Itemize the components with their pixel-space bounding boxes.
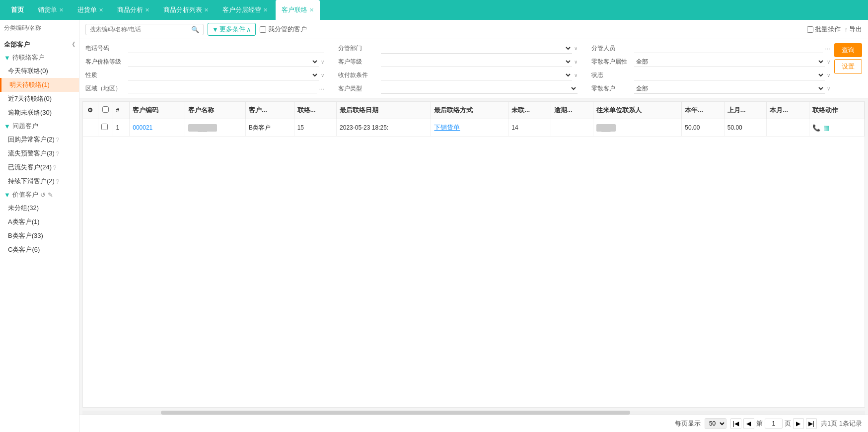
sidebar-item-overdue[interactable]: 逾期未联络(30) xyxy=(0,106,79,120)
close-icon[interactable]: ✕ xyxy=(99,7,103,13)
search-icon[interactable]: 🔍 xyxy=(191,26,199,33)
th-this-year[interactable]: 本年... xyxy=(682,102,724,119)
sidebar-search-input[interactable] xyxy=(4,24,78,31)
edit-icon[interactable]: ✎ xyxy=(48,191,53,199)
sidebar-item-continuous-decline[interactable]: 持续下滑客户(2) ? xyxy=(0,174,79,188)
nav-item-analysis-list[interactable]: 商品分析列表 ✕ xyxy=(157,0,215,20)
sidebar-item-class-a[interactable]: A类客户(1) xyxy=(0,215,79,229)
page-input[interactable] xyxy=(765,419,783,429)
select-all-checkbox[interactable] xyxy=(102,106,109,113)
th-overdue[interactable]: 逾期... xyxy=(551,102,593,119)
customer-level-select[interactable] xyxy=(381,57,572,67)
horizontal-scrollbar[interactable] xyxy=(82,411,865,415)
my-customers-checkbox[interactable]: 我分管的客户 xyxy=(260,25,307,34)
row-actions: 📞 ▦ xyxy=(809,119,864,137)
first-page-button[interactable]: |◀ xyxy=(730,418,741,429)
grid-action-icon[interactable]: ▦ xyxy=(823,124,829,132)
customer-type-select[interactable] xyxy=(381,83,577,94)
price-level-select[interactable] xyxy=(128,57,319,67)
th-unit-contact[interactable]: 往来单位联系人 xyxy=(593,102,682,119)
search-input[interactable] xyxy=(90,26,189,33)
scrollbar-thumb[interactable] xyxy=(161,411,631,415)
collapse-icon[interactable]: 《 xyxy=(69,41,75,49)
th-name[interactable]: 客户名称 xyxy=(185,102,245,119)
row-gear xyxy=(83,119,98,137)
sidebar-item-class-c[interactable]: C类客户(6) xyxy=(0,243,79,257)
manager-input[interactable] xyxy=(634,44,823,53)
next-page-button[interactable]: ▶ xyxy=(793,418,804,429)
nav-item-customer-segment[interactable]: 客户分层经营 ✕ xyxy=(217,0,274,20)
close-icon[interactable]: ✕ xyxy=(263,7,268,13)
th-num: # xyxy=(113,102,130,119)
settings-button[interactable]: 设置 xyxy=(834,59,862,74)
sidebar-item-ungrouped[interactable]: 未分组(32) xyxy=(0,201,79,215)
phone-action-icon[interactable]: 📞 xyxy=(812,124,820,132)
th-contact[interactable]: 联络... xyxy=(294,102,336,119)
sidebar-item-repurchase[interactable]: 回购异常客户(2) ? xyxy=(0,133,79,146)
query-button[interactable]: 查询 xyxy=(834,43,862,57)
nav-item-purchase[interactable]: 进货单 ✕ xyxy=(72,0,109,20)
row-last-contact-way[interactable]: 下销货单 xyxy=(431,119,508,137)
page-size-select[interactable]: 50 xyxy=(705,418,726,429)
price-level-label: 客户价格等级 xyxy=(85,58,125,66)
sidebar-item-class-b[interactable]: B类客户(33) xyxy=(0,229,79,243)
th-last-contact-date[interactable]: 最后联络日期 xyxy=(337,102,431,119)
filter-row-2: 客户价格等级 ∨ 客户等级 ∨ xyxy=(85,57,830,67)
more-icon[interactable]: ··· xyxy=(319,85,324,92)
th-gear[interactable]: ⚙ xyxy=(83,102,98,119)
chevron-down-icon: ∨ xyxy=(574,46,578,51)
th-last-month[interactable]: 上月... xyxy=(724,102,766,119)
region-input[interactable] xyxy=(128,84,317,93)
nav-item-home[interactable]: 首页 xyxy=(5,0,30,20)
sidebar-item-week[interactable]: 近7天待联络(0) xyxy=(0,92,79,106)
export-button[interactable]: ↑ 导出 xyxy=(845,25,863,34)
nature-select[interactable] xyxy=(128,70,319,80)
close-icon[interactable]: ✕ xyxy=(59,7,64,13)
sidebar-item-today[interactable]: 今天待联络(0) xyxy=(0,64,79,78)
value-customers-group[interactable]: ▼ 价值客户 ↺ ✎ xyxy=(0,188,79,201)
problem-customers-group[interactable]: ▼ 问题客户 xyxy=(0,120,79,133)
department-select[interactable] xyxy=(381,43,572,54)
nav-item-analysis[interactable]: 商品分析 ✕ xyxy=(111,0,155,20)
th-code[interactable]: 客户编码 xyxy=(130,102,185,119)
phone-input[interactable] xyxy=(128,44,324,53)
th-type[interactable]: 客户... xyxy=(245,102,294,119)
sidebar-item-already-lost[interactable]: 已流失客户(24) ? xyxy=(0,160,79,174)
filter-icon: ▼ xyxy=(212,26,218,33)
prev-page-button[interactable]: ◀ xyxy=(743,418,754,429)
page-label: 第 xyxy=(756,419,763,428)
toolbar: 🔍 ▼ 更多条件 ∧ 我分管的客户 批量操作 ↑ 导出 xyxy=(79,20,868,39)
refresh-icon[interactable]: ↺ xyxy=(40,191,46,199)
export-icon: ↑ xyxy=(845,26,848,33)
row-code[interactable]: 000021 xyxy=(130,119,185,137)
my-customers-check[interactable] xyxy=(260,26,266,33)
row-checkbox[interactable] xyxy=(101,124,108,130)
customer-type-label: 客户类型 xyxy=(338,84,378,93)
sidebar-item-tomorrow[interactable]: 明天待联络(1) xyxy=(0,78,79,92)
close-icon[interactable]: ✕ xyxy=(145,7,149,13)
customer-table: ⚙ # 客户编码 客户名称 客户... xyxy=(83,102,865,137)
sidebar-item-lost-warning[interactable]: 流失预警客户(3) ? xyxy=(0,146,79,160)
status-select[interactable] xyxy=(634,70,825,80)
payment-select[interactable] xyxy=(381,70,572,80)
last-page-button[interactable]: ▶| xyxy=(806,418,817,429)
close-icon[interactable]: ✕ xyxy=(204,7,209,13)
more-conditions-button[interactable]: ▼ 更多条件 ∧ xyxy=(208,23,256,36)
th-this-month[interactable]: 本月... xyxy=(767,102,809,119)
waiting-contact-group[interactable]: ▼ 待联络客户 xyxy=(0,51,79,64)
all-customers-label: 全部客户 xyxy=(4,40,30,49)
batch-op-check[interactable] xyxy=(807,26,813,33)
th-not-contact[interactable]: 未联... xyxy=(508,102,551,119)
filter-row-1: 电话号码 分管部门 ∨ 分管人员 xyxy=(85,43,830,54)
close-icon[interactable]: ✕ xyxy=(309,7,314,13)
retail-customer-select[interactable]: 全部 xyxy=(634,83,825,94)
customer-level-label: 客户等级 xyxy=(338,58,378,66)
th-last-contact-way[interactable]: 最后联络方式 xyxy=(431,102,508,119)
chevron-down-icon: ∨ xyxy=(827,86,830,91)
nav-item-sales[interactable]: 销货单 ✕ xyxy=(32,0,70,20)
nav-item-customer-contact[interactable]: 客户联络 ✕ xyxy=(276,0,320,20)
arrow-icon: ▼ xyxy=(4,123,10,130)
batch-op-button[interactable]: 批量操作 xyxy=(807,25,841,34)
more-icon[interactable]: ··· xyxy=(825,45,830,52)
retail-attr-select[interactable]: 全部 xyxy=(634,57,825,67)
